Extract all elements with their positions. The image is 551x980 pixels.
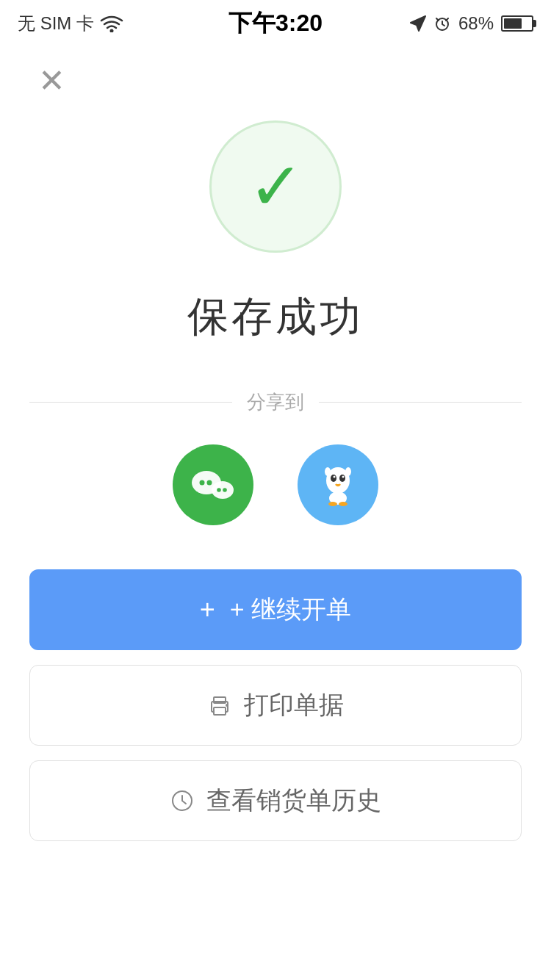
battery-icon: [501, 15, 533, 32]
svg-point-10: [339, 475, 345, 482]
qq-icon: [314, 461, 361, 508]
location-icon: [410, 15, 426, 32]
continue-order-label: + 继续开单: [230, 593, 351, 627]
divider-left: [29, 402, 232, 403]
status-left: 无 SIM 卡: [18, 12, 123, 35]
status-time: 下午3:20: [228, 7, 323, 40]
svg-point-3: [200, 480, 205, 486]
share-divider: 分享到: [29, 389, 522, 415]
svg-point-7: [223, 488, 227, 492]
svg-point-13: [325, 467, 331, 476]
status-right: 68%: [410, 13, 533, 34]
svg-point-4: [207, 480, 212, 486]
action-buttons: + + 继续开单 打印单据 查看销货单历史: [0, 569, 551, 841]
status-bar: 无 SIM 卡 下午3:20 68%: [0, 0, 551, 47]
success-icon-circle: ✓: [209, 120, 342, 253]
plus-icon: +: [200, 594, 215, 625]
alarm-icon: [433, 15, 451, 32]
qq-share-button[interactable]: [298, 444, 378, 525]
svg-point-5: [212, 481, 234, 499]
checkmark-icon: ✓: [248, 154, 303, 220]
svg-point-14: [345, 467, 351, 476]
sim-label: 无 SIM 卡: [18, 12, 94, 35]
wechat-icon: [187, 459, 239, 511]
history-button[interactable]: 查看销货单历史: [29, 760, 522, 841]
success-title: 保存成功: [187, 289, 364, 345]
continue-order-button[interactable]: + + 继续开单: [29, 569, 522, 650]
divider-right: [319, 402, 522, 403]
clock-icon: [170, 788, 195, 813]
svg-point-17: [339, 502, 347, 506]
svg-point-0: [110, 29, 114, 33]
share-label: 分享到: [247, 389, 304, 415]
svg-point-11: [334, 476, 336, 478]
svg-rect-20: [214, 707, 226, 715]
wifi-icon: [100, 15, 123, 32]
svg-point-9: [331, 475, 336, 482]
svg-point-6: [217, 488, 221, 492]
print-button[interactable]: 打印单据: [29, 665, 522, 746]
share-section: 分享到: [0, 389, 551, 525]
close-icon: ✕: [38, 65, 65, 97]
time-display: 下午3:20: [228, 10, 323, 36]
svg-point-12: [342, 476, 345, 478]
svg-point-16: [328, 502, 337, 506]
wechat-share-button[interactable]: [173, 444, 253, 525]
battery-percent: 68%: [458, 13, 494, 34]
printer-icon: [207, 693, 232, 718]
svg-point-21: [226, 704, 228, 707]
share-icons-row: [29, 444, 522, 525]
history-label: 查看销货单历史: [206, 784, 381, 818]
main-content: ✓ 保存成功 分享到: [0, 47, 551, 841]
close-button[interactable]: ✕: [29, 59, 73, 103]
print-label: 打印单据: [244, 688, 344, 722]
